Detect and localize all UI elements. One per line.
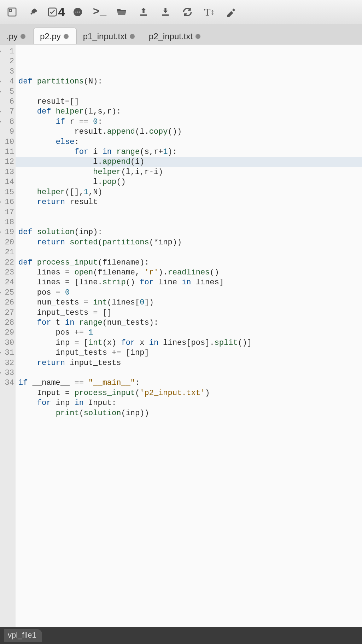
- code-line[interactable]: [18, 368, 362, 378]
- code-line[interactable]: Input = process_input('p2_input.txt'): [18, 388, 362, 398]
- code-line[interactable]: helper([],1,N): [18, 187, 362, 197]
- line-number: 16: [0, 197, 16, 207]
- line-number: 14: [0, 177, 16, 187]
- code-line[interactable]: for t in range(num_tests):: [18, 318, 362, 328]
- tab-label: p2_input.txt: [149, 31, 193, 41]
- line-number: 1: [0, 47, 16, 57]
- code-line[interactable]: [18, 248, 362, 257]
- line-number: 29: [0, 328, 16, 338]
- code-line[interactable]: pos += 1: [18, 328, 362, 338]
- line-number: 25: [0, 288, 16, 298]
- line-number: 11: [0, 147, 16, 157]
- code-line[interactable]: input_tests = []: [18, 308, 362, 318]
- check-count-value: 4: [58, 5, 65, 19]
- folder-open-icon[interactable]: [112, 3, 131, 21]
- line-gutter: 1234567891011121314151617181920212223242…: [0, 45, 16, 627]
- status-filename[interactable]: vpl_file1: [4, 629, 42, 642]
- line-number: 31: [0, 348, 16, 358]
- code-line[interactable]: pos = 0: [18, 288, 362, 298]
- chat-icon[interactable]: [69, 3, 87, 21]
- tab-p2-py[interactable]: p2.py: [33, 28, 77, 44]
- refresh-icon[interactable]: [178, 3, 197, 21]
- code-line[interactable]: return result: [18, 197, 362, 207]
- code-line[interactable]: l.append(i): [18, 157, 362, 167]
- svg-point-6: [79, 11, 80, 12]
- line-number: 10: [0, 137, 16, 147]
- code-line[interactable]: l.pop(): [18, 177, 362, 187]
- line-number: 18: [0, 217, 16, 227]
- line-number: 12: [0, 157, 16, 167]
- line-number: 28: [0, 318, 16, 328]
- line-number: 8: [0, 117, 16, 127]
- highlighter-icon[interactable]: [222, 3, 240, 21]
- code-line[interactable]: return sorted(partitions(*inp)): [18, 238, 362, 248]
- line-number: 21: [0, 248, 16, 257]
- tab-label: p1_input.txt: [83, 31, 127, 41]
- code-line[interactable]: else:: [18, 137, 362, 147]
- pin-icon[interactable]: [25, 3, 43, 21]
- code-line[interactable]: def partitions(N):: [18, 77, 362, 87]
- line-number: 33: [0, 368, 16, 378]
- close-icon[interactable]: [195, 34, 200, 39]
- code-area[interactable]: def partitions(N): result=[] def helper(…: [16, 45, 362, 627]
- code-line[interactable]: [18, 208, 362, 217]
- code-line[interactable]: inp = [int(x) for x in lines[pos].split(…: [18, 338, 362, 348]
- line-number: 15: [0, 187, 16, 197]
- upload-icon[interactable]: [134, 3, 153, 21]
- tab-label: p2.py: [40, 31, 61, 41]
- line-number: 3: [0, 67, 16, 77]
- close-icon[interactable]: [130, 34, 135, 39]
- download-icon[interactable]: [156, 3, 175, 21]
- line-number: 24: [0, 278, 16, 288]
- code-line[interactable]: input_tests += [inp]: [18, 348, 362, 358]
- tab-py[interactable]: .py: [0, 28, 33, 44]
- line-number: 5: [0, 87, 16, 97]
- line-number: 13: [0, 167, 16, 177]
- close-icon[interactable]: [64, 34, 69, 39]
- tab-p2-input[interactable]: p2_input.txt: [142, 28, 208, 44]
- code-line[interactable]: if r == 0:: [18, 117, 362, 127]
- tab-p1-input[interactable]: p1_input.txt: [77, 28, 142, 44]
- line-number: 2: [0, 57, 16, 66]
- code-line[interactable]: lines = open(filename, 'r').readlines(): [18, 268, 362, 278]
- code-line[interactable]: [18, 217, 362, 227]
- code-line[interactable]: def solution(inp):: [18, 227, 362, 237]
- code-line[interactable]: for i in range(s,r+1):: [18, 147, 362, 157]
- code-line[interactable]: result=[]: [18, 97, 362, 107]
- line-number: 22: [0, 258, 16, 268]
- status-bar: vpl_file1: [0, 627, 362, 644]
- close-icon[interactable]: [21, 34, 25, 39]
- code-line[interactable]: print(solution(inp)): [18, 408, 362, 418]
- dock-panel-icon[interactable]: [3, 3, 21, 21]
- line-number: 34: [0, 378, 16, 388]
- code-line[interactable]: [18, 87, 362, 97]
- svg-rect-7: [140, 14, 147, 16]
- svg-rect-8: [162, 14, 169, 16]
- text-height-icon[interactable]: T↕: [200, 3, 218, 21]
- code-line[interactable]: lines = [line.strip() for line in lines]: [18, 278, 362, 288]
- line-number: 4: [0, 77, 16, 87]
- code-line[interactable]: return input_tests: [18, 358, 362, 368]
- line-number: 6: [0, 97, 16, 107]
- code-line[interactable]: result.append(l.copy()): [18, 127, 362, 137]
- code-line[interactable]: for inp in Input:: [18, 398, 362, 408]
- line-number: 23: [0, 268, 16, 278]
- code-line[interactable]: num_tests = int(lines[0]): [18, 298, 362, 308]
- svg-point-4: [75, 11, 76, 12]
- code-line[interactable]: helper(l,i,r-i): [18, 167, 362, 177]
- line-number: 26: [0, 298, 16, 308]
- code-editor[interactable]: 1234567891011121314151617181920212223242…: [0, 45, 362, 627]
- toolbar: 4 >_ T↕: [0, 0, 362, 24]
- code-line[interactable]: def helper(l,s,r):: [18, 107, 362, 117]
- svg-rect-1: [10, 9, 12, 11]
- line-number: 20: [0, 238, 16, 248]
- tab-bar: .py p2.py p1_input.txt p2_input.txt: [0, 24, 362, 45]
- line-number: 9: [0, 127, 16, 137]
- code-line[interactable]: def process_input(filename):: [18, 258, 362, 268]
- check-count-button[interactable]: 4: [47, 3, 65, 21]
- svg-point-5: [77, 11, 78, 12]
- code-line[interactable]: if __name__ == "__main__":: [18, 378, 362, 388]
- line-number: 19: [0, 227, 16, 237]
- terminal-icon[interactable]: >_: [90, 3, 109, 21]
- line-number: 27: [0, 308, 16, 318]
